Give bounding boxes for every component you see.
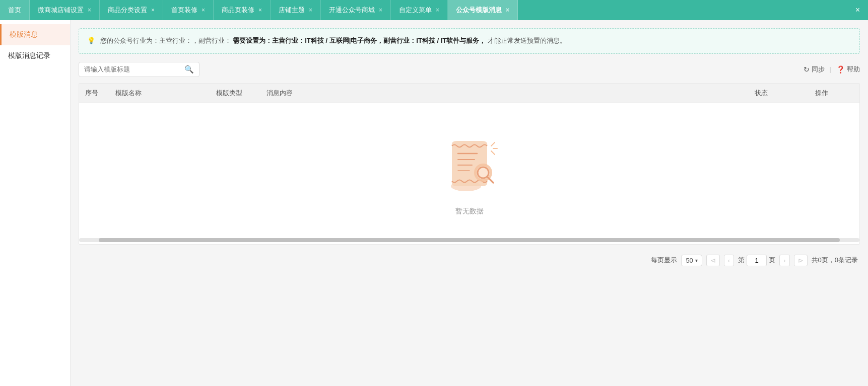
pagination-bar: 每页显示 50 ▾ ⊲ ‹ 第 页 › ⊳ 共0页，0条记录 bbox=[79, 251, 860, 270]
notice-prefix: 您的公众号行业为：主营行业：，副营行业： bbox=[100, 37, 231, 44]
tab-product-category[interactable]: 商品分类设置 × bbox=[100, 0, 163, 20]
col-status: 状态 bbox=[749, 84, 809, 103]
per-page-value: 50 bbox=[686, 257, 693, 264]
sidebar-item-template-record[interactable]: 模版消息记录 bbox=[0, 45, 70, 66]
total-info: 共0页，0条记录 bbox=[812, 256, 858, 265]
first-page-btn[interactable]: ⊲ bbox=[706, 255, 720, 266]
sidebar-item-template-msg[interactable]: 模版消息 bbox=[0, 24, 70, 45]
col-action: 操作 bbox=[809, 84, 859, 103]
search-actions: ↻ 同步 | ❓ 帮助 bbox=[804, 65, 860, 74]
tab-home[interactable]: 首页 bbox=[0, 0, 30, 20]
close-tab-weishangcheng[interactable]: × bbox=[88, 7, 91, 14]
close-tab-home-decor[interactable]: × bbox=[202, 7, 205, 14]
page-label: 第 bbox=[738, 256, 745, 265]
close-tab-template-msg[interactable]: × bbox=[506, 7, 509, 14]
main-layout: 模版消息 模版消息记录 💡 您的公众号行业为：主营行业：，副营行业： 需要设置为… bbox=[0, 20, 868, 386]
page-unit: 页 bbox=[769, 256, 775, 265]
tab-store-theme[interactable]: 店铺主题 × bbox=[271, 0, 321, 20]
tab-custom-menu[interactable]: 自定义菜单 × bbox=[391, 0, 448, 20]
help-button[interactable]: ❓ 帮助 bbox=[836, 65, 860, 74]
search-icon[interactable]: 🔍 bbox=[184, 65, 194, 74]
per-page-select[interactable]: 50 ▾ bbox=[681, 255, 702, 266]
tab-product-decor[interactable]: 商品页装修 × bbox=[214, 0, 271, 20]
empty-text: 暂无数据 bbox=[455, 207, 484, 216]
empty-illustration bbox=[437, 133, 502, 199]
sidebar: 模版消息 模版消息记录 bbox=[0, 20, 71, 386]
notice-highlight: 需要设置为：主营行业：IT科技 / 互联网|电子商务，副营行业：IT科技 / I… bbox=[233, 37, 486, 44]
per-page-label: 每页显示 bbox=[651, 256, 677, 265]
col-name: 模版名称 bbox=[109, 84, 210, 103]
horizontal-scrollbar[interactable] bbox=[79, 238, 859, 242]
tab-template-msg[interactable]: 公众号模版消息 × bbox=[448, 0, 518, 20]
search-input-wrap: 🔍 bbox=[79, 62, 199, 77]
empty-state: 暂无数据 bbox=[79, 103, 859, 236]
help-label: 帮助 bbox=[847, 65, 860, 74]
table-wrap: 序号 模版名称 模版类型 消息内容 状态 操作 bbox=[79, 83, 860, 245]
table-body: 暂无数据 bbox=[79, 103, 859, 236]
sync-icon: ↻ bbox=[804, 65, 810, 73]
table-header: 序号 模版名称 模版类型 消息内容 状态 操作 bbox=[79, 84, 859, 103]
next-page-btn[interactable]: › bbox=[779, 255, 789, 266]
data-table: 序号 模版名称 模版类型 消息内容 状态 操作 bbox=[79, 84, 859, 236]
sync-button[interactable]: ↻ 同步 bbox=[804, 65, 825, 74]
close-tab-store-theme[interactable]: × bbox=[309, 7, 312, 14]
close-tab-product-decor[interactable]: × bbox=[258, 7, 262, 14]
tab-bar: 首页 微商城店铺设置 × 商品分类设置 × 首页装修 × 商品页装修 × 店铺主… bbox=[0, 0, 868, 20]
help-icon: ❓ bbox=[836, 65, 845, 73]
tab-weishangcheng[interactable]: 微商城店铺设置 × bbox=[30, 0, 100, 20]
prev-page-btn[interactable]: ‹ bbox=[724, 255, 734, 266]
tab-home-decor[interactable]: 首页装修 × bbox=[163, 0, 214, 20]
content-area: 💡 您的公众号行业为：主营行业：，副营行业： 需要设置为：主营行业：IT科技 /… bbox=[71, 20, 868, 386]
svg-line-11 bbox=[491, 151, 495, 155]
search-bar: 🔍 ↻ 同步 | ❓ 帮助 bbox=[79, 62, 860, 77]
page-input-wrap: 第 页 bbox=[738, 255, 775, 266]
close-tab-custom-menu[interactable]: × bbox=[436, 7, 439, 14]
notice-suffix: 才能正常发送预置的消息。 bbox=[488, 37, 566, 44]
scrollbar-thumb[interactable] bbox=[99, 238, 840, 242]
global-close-btn[interactable]: × bbox=[847, 6, 868, 15]
col-content: 消息内容 bbox=[260, 84, 749, 103]
tab-open-store[interactable]: 开通公众号商城 × bbox=[321, 0, 391, 20]
search-input[interactable] bbox=[84, 65, 184, 73]
sync-label: 同步 bbox=[812, 65, 825, 74]
svg-line-9 bbox=[491, 142, 495, 146]
last-page-btn[interactable]: ⊳ bbox=[794, 255, 808, 266]
page-input[interactable] bbox=[747, 255, 767, 266]
notice-icon: 💡 bbox=[87, 37, 95, 44]
close-tab-product-category[interactable]: × bbox=[151, 7, 155, 14]
notice-box: 💡 您的公众号行业为：主营行业：，副营行业： 需要设置为：主营行业：IT科技 /… bbox=[79, 28, 860, 54]
col-index: 序号 bbox=[79, 84, 109, 103]
per-page-chevron: ▾ bbox=[695, 258, 698, 263]
divider: | bbox=[830, 65, 831, 73]
close-tab-open-store[interactable]: × bbox=[379, 7, 382, 14]
col-type: 模版类型 bbox=[210, 84, 260, 103]
